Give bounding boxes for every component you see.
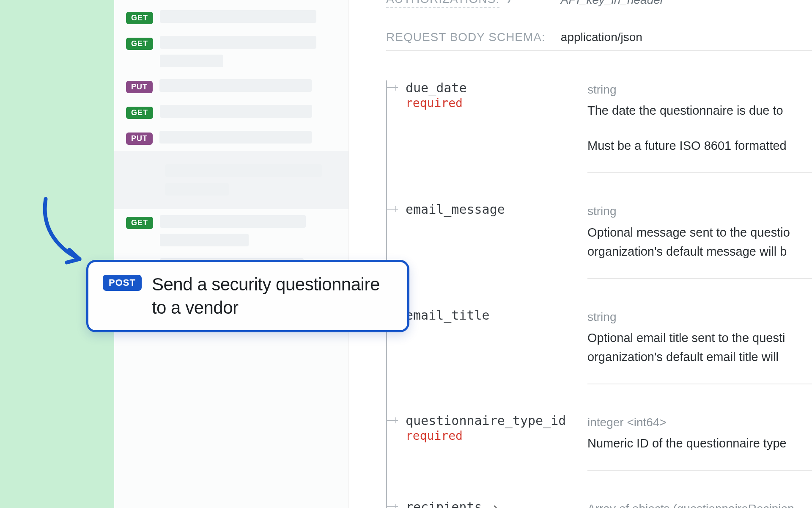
field-label-col: email_message [406,202,587,217]
endpoint-placeholder [160,36,337,67]
field-label-col: recipients › required [406,500,587,508]
schema-main: AUTHORIZATIONS: › API_key_in_header REQU… [349,0,812,508]
field-desc-col: integer <int64> Numeric ID of the questi… [587,413,812,471]
schema-field-email-message: email_message string Optional message se… [387,202,812,307]
sidebar-item[interactable]: PUT [114,73,348,99]
type-label: string [587,202,812,220]
required-label: required [406,429,587,443]
field-description: Numeric ID of the questionnaire type [587,434,812,453]
endpoints-sidebar: GET GET PUT GET PUT POST GET GET [114,0,349,508]
field-description: Optional message sent to the questioorga… [587,223,812,261]
field-desc-col: string Optional message sent to the ques… [587,202,812,279]
api-docs-panel: GET GET PUT GET PUT POST GET GET [114,0,812,508]
field-name: email_message [406,202,587,217]
field-desc-col: string The date the questionnaire is due… [587,80,812,173]
request-body-schema-value: application/json [561,30,642,44]
field-description: Optional email title sent to the questio… [587,329,812,367]
method-badge-get: GET [126,107,153,119]
chevron-right-icon[interactable]: › [485,500,499,508]
callout-arrow-icon [33,196,92,272]
method-badge-put: PUT [126,133,153,145]
field-name: due_date [406,80,587,95]
request-body-schema-row: REQUEST BODY SCHEMA: application/json [386,30,812,51]
request-body-schema-label: REQUEST BODY SCHEMA: [386,30,546,44]
schema-field-questionnaire-type-id: questionnaire_type_id required integer <… [387,413,812,500]
method-badge-get: GET [126,217,153,229]
authorizations-label: AUTHORIZATIONS: [386,0,499,8]
sidebar-item[interactable]: GET [114,209,348,252]
field-name: recipients › [406,500,587,508]
type-label: Array of objects (questionnaireRecipien [587,500,812,508]
method-badge-post: POST [103,275,142,291]
field-name: email_title [406,308,587,323]
endpoint-placeholder [159,131,337,144]
field-desc-col: Array of objects (questionnaireRecipien … [587,500,812,508]
endpoint-placeholder [165,164,337,196]
schema-field-email-title: email_title string Optional email title … [387,308,812,413]
sidebar-item-selected[interactable]: POST [114,151,348,209]
endpoint-placeholder [159,79,337,92]
method-badge-put: PUT [126,81,153,93]
callout-title: Send a security questionnaire to a vendo… [152,273,393,319]
sidebar-item[interactable]: GET [114,99,348,125]
field-label-col: questionnaire_type_id required [406,413,587,443]
field-desc-col: string Optional email title sent to the … [587,308,812,384]
field-description: The date the questionnaire is due to [587,101,812,120]
method-badge-get: GET [126,38,153,50]
authorizations-row: AUTHORIZATIONS: › API_key_in_header [386,0,812,14]
field-label-col: email_title [406,308,587,323]
chevron-right-icon[interactable]: › [507,0,511,7]
method-badge-get: GET [126,12,153,24]
endpoint-callout[interactable]: POST Send a security questionnaire to a … [86,260,409,332]
schema-field-recipients[interactable]: recipients › required Array of objects (… [387,500,812,508]
type-label: integer <int64> [587,413,812,431]
endpoint-placeholder [160,215,337,246]
type-label: string [587,80,812,99]
sidebar-item[interactable]: GET [114,4,348,30]
field-name: questionnaire_type_id [406,413,587,428]
field-label-col: due_date required [406,80,587,110]
sidebar-item[interactable]: GET [114,30,348,73]
required-label: required [406,96,587,110]
endpoint-placeholder [160,10,337,23]
schema-field-due-date: due_date required string The date the qu… [387,80,812,202]
sidebar-item[interactable]: PUT [114,125,348,151]
type-label: string [587,308,812,326]
authorizations-value: API_key_in_header [561,0,664,7]
endpoint-placeholder [160,105,337,118]
field-description: Must be a future ISO 8601 formatted [587,136,812,155]
schema-tree: due_date required string The date the qu… [386,80,812,508]
